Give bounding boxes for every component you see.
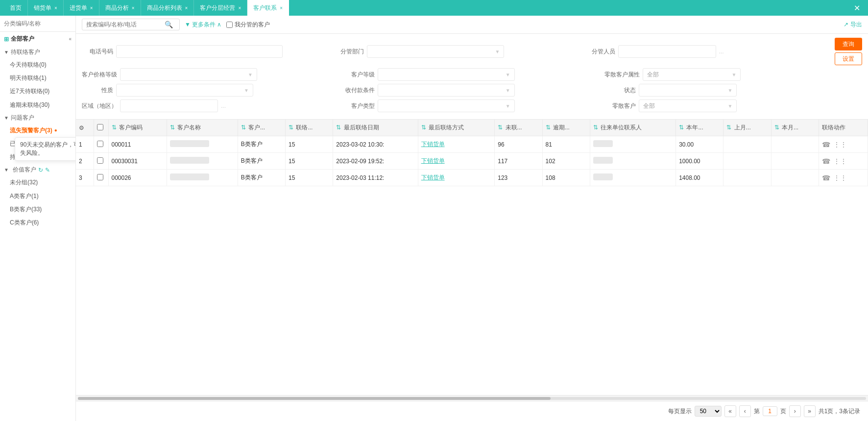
- my-customers-checkbox[interactable]: [226, 22, 233, 28]
- sidebar-item-b-tier[interactable]: B类客户(33): [0, 203, 75, 216]
- payment-arrow: ▼: [506, 88, 510, 93]
- th-uncontacted[interactable]: ⇅ 未联...: [495, 120, 542, 136]
- search-input[interactable]: [86, 21, 165, 28]
- row-checkbox[interactable]: [97, 141, 103, 147]
- zero-customer-arrow: ▼: [727, 103, 732, 109]
- value-customers-section[interactable]: ▼ 价值客户 ↻ ✎: [0, 164, 75, 176]
- action-more-icon[interactable]: ⋮⋮: [833, 174, 847, 182]
- action-contact-icon[interactable]: ☎: [822, 174, 830, 182]
- zero-attr-select[interactable]: 全部 ▼: [643, 68, 741, 81]
- sort-overdue-icon: ⇅: [546, 124, 551, 131]
- all-customers-header[interactable]: ⊞ 全部客户 «: [0, 32, 75, 46]
- sidebar-item-churn-warning[interactable]: 流失预警客户(3) ●: [0, 124, 75, 137]
- th-last-contact-method[interactable]: ⇅ 最后联络方式: [418, 120, 495, 136]
- close-product-analysis-list-tab[interactable]: ×: [185, 5, 188, 11]
- contact-method-link[interactable]: 下销货单: [421, 174, 445, 181]
- row-checkbox[interactable]: [97, 174, 103, 180]
- customer-type-select[interactable]: ▼: [378, 99, 515, 112]
- contact-method-link[interactable]: 下销货单: [421, 141, 445, 148]
- cell-checkbox[interactable]: [94, 153, 108, 170]
- close-sales-tab[interactable]: ×: [54, 5, 57, 11]
- value-customers-edit-icon[interactable]: ✎: [45, 167, 50, 173]
- sidebar-item-today-contact[interactable]: 今天待联络(0): [0, 58, 75, 72]
- my-customers-checkbox-label[interactable]: 我分管的客户: [226, 21, 270, 29]
- export-button[interactable]: ↗ 导出: [844, 21, 862, 29]
- problem-customers-section[interactable]: ▼ 问题客户: [0, 112, 75, 124]
- action-contact-icon[interactable]: ☎: [822, 141, 830, 149]
- close-customer-contact-tab[interactable]: ×: [280, 5, 283, 11]
- sidebar-item-tomorrow-contact[interactable]: 明天待联络(1): [0, 72, 75, 85]
- th-contact-person[interactable]: ⇅ 往来单位联系人: [590, 120, 675, 136]
- first-page-btn[interactable]: «: [724, 405, 736, 417]
- th-last-month[interactable]: ⇅ 上月...: [723, 120, 771, 136]
- th-code[interactable]: ⇅ 客户编码: [108, 120, 167, 136]
- payment-select[interactable]: ▼: [378, 84, 515, 97]
- value-customers-refresh-icon[interactable]: ↻: [38, 167, 43, 173]
- region-input[interactable]: [120, 99, 218, 112]
- tab-customer-tier[interactable]: 客户分层经营 ×: [194, 0, 247, 16]
- th-settings[interactable]: ⚙: [76, 120, 94, 136]
- collapse-sidebar-btn[interactable]: «: [69, 36, 72, 42]
- th-overdue[interactable]: ⇅ 逾期...: [542, 120, 590, 136]
- more-conditions-btn[interactable]: ▼ 更多条件 ∧: [185, 21, 221, 29]
- select-all-checkbox[interactable]: [97, 124, 103, 130]
- close-purchase-tab[interactable]: ×: [90, 5, 93, 11]
- manager-dots[interactable]: ...: [716, 48, 727, 55]
- row-checkbox[interactable]: [97, 157, 103, 164]
- window-close-button[interactable]: ✕: [850, 3, 864, 13]
- scroll-thumb[interactable]: [78, 397, 551, 400]
- contact-method-link[interactable]: 下销货单: [421, 157, 445, 164]
- th-current-month[interactable]: ⇅ 本月...: [771, 120, 819, 136]
- cell-last-contact-method[interactable]: 下销货单: [418, 153, 495, 170]
- nature-select[interactable]: ▼: [116, 84, 253, 97]
- cell-checkbox[interactable]: [94, 136, 108, 153]
- action-more-icon[interactable]: ⋮⋮: [833, 141, 847, 149]
- sidebar-item-overdue-contact[interactable]: 逾期未联络(30): [0, 99, 75, 112]
- cell-last-contact-method[interactable]: 下销货单: [418, 136, 495, 153]
- th-last-contact-date[interactable]: ⇅ 最后联络日期: [333, 120, 418, 136]
- manager-input[interactable]: [618, 45, 716, 58]
- th-current-year[interactable]: ⇅ 本年...: [676, 120, 723, 136]
- region-dots[interactable]: ...: [218, 102, 229, 109]
- price-tier-select[interactable]: ▼: [120, 68, 257, 81]
- tab-purchase[interactable]: 进货单 ×: [64, 0, 99, 16]
- action-more-icon[interactable]: ⋮⋮: [833, 157, 847, 165]
- prev-page-btn[interactable]: ‹: [739, 405, 751, 417]
- cell-action[interactable]: ☎ ⋮⋮: [819, 136, 868, 153]
- tab-customer-contact[interactable]: 客户联系 ×: [247, 0, 289, 16]
- close-product-analysis-tab[interactable]: ×: [132, 5, 135, 11]
- dept-select[interactable]: ▼: [367, 45, 504, 58]
- th-type[interactable]: ⇅ 客户...: [238, 120, 285, 136]
- status-select[interactable]: ▼: [639, 84, 737, 97]
- sidebar-item-week-contact[interactable]: 近7天待联络(0): [0, 85, 75, 98]
- tab-sales[interactable]: 销货单 ×: [28, 0, 64, 16]
- tab-product-analysis[interactable]: 商品分析 ×: [99, 0, 141, 16]
- zero-customer-select[interactable]: 全部 ▼: [639, 99, 737, 112]
- tab-home[interactable]: 首页: [4, 0, 28, 16]
- action-icons: ☎ ⋮⋮: [822, 157, 865, 165]
- horizontal-scrollbar[interactable]: [76, 395, 868, 401]
- cell-checkbox[interactable]: [94, 170, 108, 186]
- sidebar-item-a-tier[interactable]: A类客户(1): [0, 190, 75, 203]
- per-page-select[interactable]: 50 100 200: [695, 406, 722, 417]
- phone-input[interactable]: [116, 45, 283, 58]
- settings-button[interactable]: 设置: [835, 52, 862, 65]
- customer-tier-select[interactable]: ▼: [378, 68, 515, 81]
- cell-last-contact-method[interactable]: 下销货单: [418, 170, 495, 186]
- close-customer-tier-tab[interactable]: ×: [238, 5, 241, 11]
- sidebar-item-ungrouped[interactable]: 未分组(32): [0, 176, 75, 189]
- next-page-btn[interactable]: ›: [789, 405, 801, 417]
- sidebar-item-c-tier[interactable]: C类客户(6): [0, 216, 75, 229]
- query-button[interactable]: 查询: [835, 38, 862, 50]
- last-page-btn[interactable]: »: [804, 405, 816, 417]
- tab-product-analysis-list[interactable]: 商品分析列表 ×: [141, 0, 194, 16]
- th-contact-count[interactable]: ⇅ 联络...: [286, 120, 333, 136]
- action-contact-icon[interactable]: ☎: [822, 157, 830, 165]
- pending-contact-section[interactable]: ▼ 待联络客户: [0, 46, 75, 58]
- cell-action[interactable]: ☎ ⋮⋮: [819, 153, 868, 170]
- search-button[interactable]: 🔍: [165, 21, 173, 28]
- cell-action[interactable]: ☎ ⋮⋮: [819, 170, 868, 186]
- page-number-input[interactable]: [763, 406, 777, 416]
- th-name[interactable]: ⇅ 客户名称: [167, 120, 238, 136]
- sidebar-search-input[interactable]: [4, 20, 76, 27]
